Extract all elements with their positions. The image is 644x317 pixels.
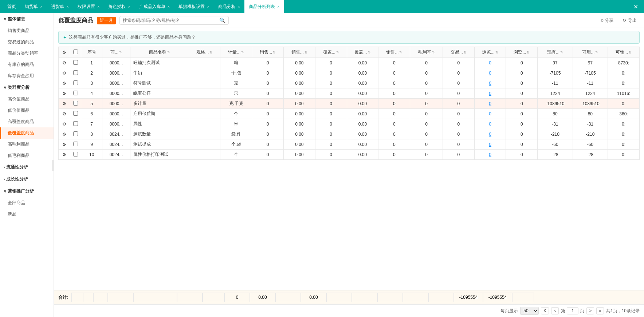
row-checkbox[interactable] bbox=[70, 150, 81, 160]
sidebar-item-low-margin[interactable]: 低毛利商品 bbox=[0, 150, 54, 161]
sidebar-section-marketing[interactable]: ∨ 营销推广分析 bbox=[0, 185, 54, 197]
row-gear[interactable]: ⚙ bbox=[59, 99, 70, 109]
row-view1[interactable]: 0 bbox=[474, 119, 506, 129]
view-link[interactable]: 0 bbox=[489, 71, 491, 76]
th-name[interactable]: 商品名称⇅ bbox=[130, 47, 189, 58]
row-select-checkbox[interactable] bbox=[73, 142, 78, 146]
th-sale-amt[interactable]: 销售...⇅ bbox=[283, 47, 315, 58]
th-cover2[interactable]: 覆盖...⇅ bbox=[347, 47, 378, 58]
th-sale-qty[interactable]: 销售...⇅ bbox=[252, 47, 284, 58]
close-icon[interactable]: × bbox=[128, 4, 130, 9]
view-link[interactable]: 0 bbox=[489, 91, 491, 96]
row-checkbox[interactable] bbox=[70, 68, 81, 78]
row-view1[interactable]: 0 bbox=[474, 88, 506, 99]
view-link[interactable]: 0 bbox=[489, 122, 491, 127]
close-icon[interactable]: × bbox=[66, 4, 68, 9]
sidebar-item-low-value[interactable]: 低价值商品 bbox=[0, 105, 54, 116]
prev-page-button[interactable]: < bbox=[551, 307, 559, 314]
share-button[interactable]: ⎋ 分享 bbox=[598, 16, 616, 25]
sidebar-item-high-value[interactable]: 高价值商品 bbox=[0, 94, 54, 105]
row-gear[interactable]: ⚙ bbox=[59, 129, 70, 139]
row-gear[interactable]: ⚙ bbox=[59, 150, 70, 160]
th-spec[interactable]: 规格...⇅ bbox=[189, 47, 220, 58]
sidebar-item-low-coverage[interactable]: 低覆盖度商品 bbox=[0, 127, 54, 139]
row-select-checkbox[interactable] bbox=[73, 101, 78, 106]
table-container[interactable]: ⚙ 序号 商...⇅ 商品名称⇅ 规格...⇅ 计量...⇅ 销售...⇅ 销售… bbox=[54, 47, 644, 290]
row-select-checkbox[interactable] bbox=[73, 111, 78, 116]
sidebar-item-traded-products[interactable]: 交易过的商品 bbox=[0, 36, 54, 48]
row-select-checkbox[interactable] bbox=[73, 121, 78, 126]
row-gear[interactable]: ⚙ bbox=[59, 78, 70, 88]
sidebar-item-all-products[interactable]: 全部商品 bbox=[0, 197, 54, 209]
nav-product-analysis-list[interactable]: 商品分析列表 × bbox=[244, 0, 284, 13]
row-view1[interactable]: 0 bbox=[474, 99, 506, 109]
close-icon[interactable]: × bbox=[168, 4, 170, 9]
nav-product-analysis[interactable]: 商品分析 × bbox=[214, 0, 244, 13]
close-icon[interactable]: × bbox=[40, 4, 42, 9]
row-checkbox[interactable] bbox=[70, 139, 81, 150]
close-icon[interactable]: × bbox=[207, 4, 209, 9]
next-page-button[interactable]: > bbox=[586, 307, 594, 314]
sidebar-item-sales-products[interactable]: 销售类商品 bbox=[0, 25, 54, 36]
sidebar-item-high-coverage[interactable]: 高覆盖度商品 bbox=[0, 116, 54, 127]
search-icon[interactable]: 🔍 bbox=[219, 17, 225, 23]
view-link[interactable]: 0 bbox=[489, 60, 491, 66]
row-checkbox[interactable] bbox=[70, 119, 81, 129]
nav-role-auth[interactable]: 角色授权 × bbox=[104, 0, 134, 13]
row-select-checkbox[interactable] bbox=[73, 152, 78, 156]
sidebar-collapse-button[interactable]: « bbox=[52, 160, 54, 171]
row-select-checkbox[interactable] bbox=[73, 91, 78, 95]
th-trade[interactable]: 交易...⇅ bbox=[443, 47, 474, 58]
row-checkbox[interactable] bbox=[70, 99, 81, 109]
first-page-button[interactable]: K bbox=[541, 307, 549, 314]
row-select-checkbox[interactable] bbox=[73, 131, 78, 136]
last-page-button[interactable]: » bbox=[596, 307, 604, 314]
view-link[interactable]: 0 bbox=[489, 101, 491, 106]
row-view1[interactable]: 0 bbox=[474, 58, 506, 68]
th-code[interactable]: 商...⇅ bbox=[102, 47, 130, 58]
sidebar-section-cluster[interactable]: ∨ 类群度分析 bbox=[0, 82, 54, 94]
row-gear[interactable]: ⚙ bbox=[59, 88, 70, 99]
sidebar-section-growth[interactable]: › 成长性分析 bbox=[0, 173, 54, 185]
th-unit[interactable]: 计量...⇅ bbox=[220, 47, 252, 58]
window-close-button[interactable]: ✕ bbox=[631, 3, 641, 10]
row-gear[interactable]: ⚙ bbox=[59, 119, 70, 129]
row-view1[interactable]: 0 bbox=[474, 78, 506, 88]
th-stock2[interactable]: 可用...⇅ bbox=[573, 47, 608, 58]
view-link[interactable]: 0 bbox=[489, 132, 491, 137]
close-icon[interactable]: × bbox=[97, 4, 99, 9]
sidebar-item-in-stock[interactable]: 有库存的商品 bbox=[0, 59, 54, 70]
th-gear[interactable]: ⚙ bbox=[59, 47, 70, 58]
period-button[interactable]: 近一月 bbox=[97, 17, 116, 24]
sidebar-item-category-rate[interactable]: 商品分类动销率 bbox=[0, 48, 54, 59]
view-link[interactable]: 0 bbox=[489, 111, 491, 116]
row-select-checkbox[interactable] bbox=[73, 60, 78, 65]
row-view1[interactable]: 0 bbox=[474, 109, 506, 119]
th-stock3[interactable]: 可销...⇅ bbox=[608, 47, 640, 58]
nav-home[interactable]: 首页 bbox=[3, 0, 20, 13]
row-checkbox[interactable] bbox=[70, 109, 81, 119]
nav-product-warehouse[interactable]: 产成品入库单 × bbox=[135, 0, 174, 13]
row-view1[interactable]: 0 bbox=[474, 150, 506, 160]
row-select-checkbox[interactable] bbox=[73, 80, 78, 85]
row-view1[interactable]: 0 bbox=[474, 129, 506, 139]
th-view1[interactable]: 浏览...⇅ bbox=[474, 47, 506, 58]
nav-sales-order[interactable]: 销货单 × bbox=[20, 0, 47, 13]
per-page-select[interactable]: 50 100 200 bbox=[520, 307, 539, 315]
sidebar-section-circulation[interactable]: › 流通性分析 bbox=[0, 161, 54, 173]
th-cover1[interactable]: 覆盖...⇅ bbox=[315, 47, 347, 58]
row-checkbox[interactable] bbox=[70, 58, 81, 68]
row-gear[interactable]: ⚙ bbox=[59, 139, 70, 150]
sidebar-item-new-products[interactable]: 新品 bbox=[0, 209, 54, 220]
th-checkbox[interactable] bbox=[70, 47, 81, 58]
close-icon[interactable]: × bbox=[238, 4, 240, 9]
nav-template-settings[interactable]: 单据模板设置 × bbox=[174, 0, 213, 13]
sidebar-item-stock-capital[interactable]: 库存资金占用 bbox=[0, 70, 54, 82]
th-stock1[interactable]: 现有...⇅ bbox=[538, 47, 573, 58]
row-gear[interactable]: ⚙ bbox=[59, 68, 70, 78]
select-all-checkbox[interactable] bbox=[73, 49, 78, 54]
th-margin[interactable]: 毛利率⇅ bbox=[410, 47, 443, 58]
nav-purchase-order[interactable]: 进货单 × bbox=[47, 0, 73, 13]
close-icon[interactable]: × bbox=[277, 4, 279, 9]
view-link[interactable]: 0 bbox=[489, 152, 491, 157]
